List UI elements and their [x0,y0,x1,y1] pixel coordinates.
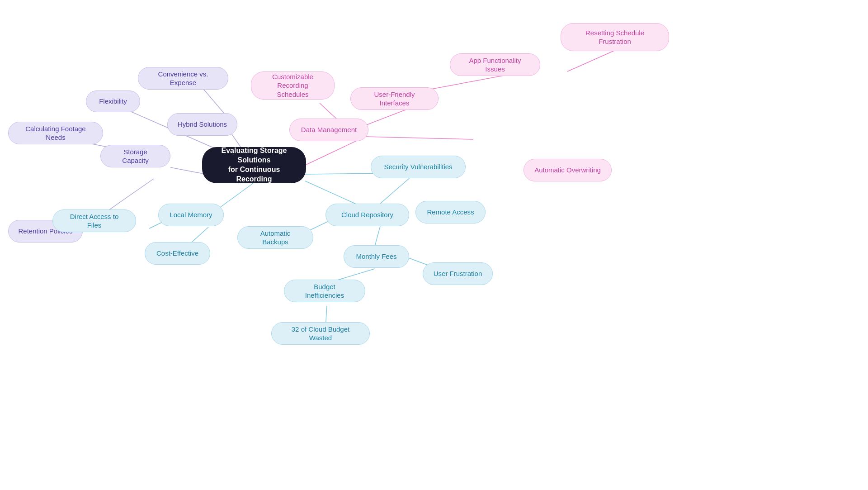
data-management-node: Data Management [289,119,368,141]
local-memory-node: Local Memory [158,204,224,226]
budget-inefficiencies-node: Budget Inefficiencies [284,280,365,302]
cloud-budget-wasted-node: 32 of Cloud Budget Wasted [271,322,370,345]
monthly-fees-node: Monthly Fees [344,245,409,268]
automatic-backups-node: Automatic Backups [237,226,313,249]
convenience-expense-node: Convenience vs. Expense [138,67,228,90]
user-friendly-node: User-Friendly Interfaces [350,87,439,110]
storage-capacity-node: Storage Capacity [100,145,170,167]
cloud-repository-node: Cloud Repository [326,204,409,226]
svg-line-12 [305,173,380,174]
automatic-overwriting-node: Automatic Overwriting [524,159,612,181]
flexibility-node: Flexibility [86,90,140,112]
center-node: Evaluating Storage Solutions for Continu… [202,147,306,183]
app-functionality-node: App Functionality Issues [450,53,540,76]
security-vulnerabilities-node: Security Vulnerabilities [371,156,466,178]
svg-line-9 [365,137,473,139]
remote-access-node: Remote Access [415,201,486,224]
direct-access-node: Direct Access to Files [52,209,136,232]
user-frustration-node: User Frustration [423,262,493,285]
hybrid-solutions-node: Hybrid Solutions [167,113,237,136]
svg-line-17 [375,226,380,246]
cost-effective-node: Cost-Effective [145,242,210,265]
customizable-schedules-node: Customizable Recording Schedules [251,71,335,100]
calculating-footage-node: Calculating Footage Needs [8,122,103,144]
resetting-schedule-node: Resetting Schedule Frustration [561,23,669,51]
